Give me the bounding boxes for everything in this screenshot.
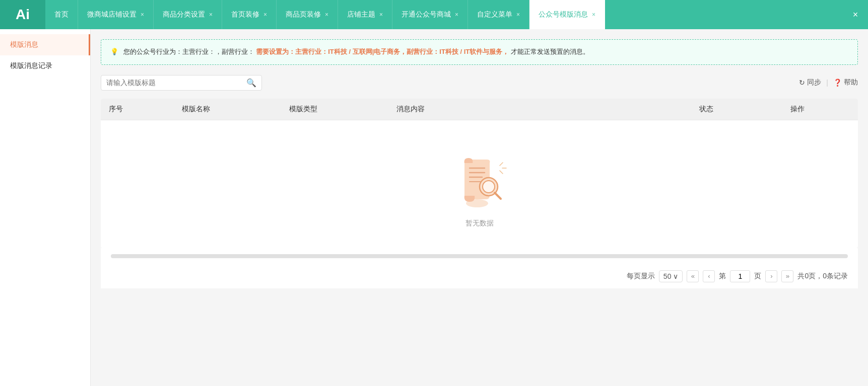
svg-line-10 [500, 171, 503, 174]
table-col-1: 模版名称 [174, 99, 281, 120]
notice-prefix: 您的公众号行业为：主营行业：，副营行业： [123, 48, 254, 55]
svg-line-8 [500, 163, 503, 166]
nav-tab-5[interactable]: 店铺主题× [338, 0, 392, 29]
nav-tab-4[interactable]: 商品页装修× [277, 0, 338, 29]
tab-close-icon[interactable]: × [455, 11, 458, 18]
notice-suffix: 才能正常发送预置的消息。 [511, 48, 589, 55]
tab-close-icon[interactable]: × [263, 11, 267, 18]
nav-tab-7[interactable]: 自定义菜单× [468, 0, 529, 29]
empty-row: 暂无数据 [101, 120, 858, 248]
nav-tab-8[interactable]: 公众号模版消息× [529, 0, 605, 29]
total-label: 共0页，0条记录 [797, 272, 848, 281]
search-input-wrap[interactable]: 🔍 [101, 75, 262, 91]
toolbar-divider: | [826, 79, 828, 87]
tab-close-icon[interactable]: × [141, 11, 144, 18]
page-size-label: 每页显示 [627, 272, 655, 281]
table-col-4: 状态 [691, 99, 782, 120]
tab-close-icon[interactable]: × [592, 11, 595, 18]
empty-text: 暂无数据 [465, 219, 494, 228]
tab-close-icon[interactable]: × [516, 11, 520, 18]
scroll-area [101, 248, 858, 264]
sidebar-item-0[interactable]: 模版消息 [0, 34, 90, 55]
page-size-value: 50 [663, 272, 672, 280]
svg-line-7 [495, 193, 501, 199]
sidebar: 模版消息模版消息记录 [0, 29, 91, 386]
svg-point-6 [483, 181, 495, 193]
notice-box: 💡 您的公众号行业为：主营行业：，副营行业： 需要设置为：主营行业：IT科技 /… [101, 39, 858, 65]
help-label: 帮助 [844, 78, 858, 87]
nav-tabs: 首页微商城店铺设置×商品分类设置×首页装修×商品页装修×店铺主题×开通公众号商城… [45, 0, 843, 29]
horizontal-scrollbar[interactable] [111, 254, 848, 258]
main-layout: 模版消息模版消息记录 💡 您的公众号行业为：主营行业：，副营行业： 需要设置为：… [0, 29, 868, 386]
help-icon: ❓ [833, 79, 842, 87]
pagination: 每页显示 50 ∨ « ‹ 第 页 › » 共0页，0条记录 [101, 264, 858, 288]
table-body: 暂无数据 [101, 120, 858, 248]
chevron-down-icon: ∨ [673, 272, 678, 280]
content-area: 💡 您的公众号行业为：主营行业：，副营行业： 需要设置为：主营行业：IT科技 /… [91, 29, 868, 386]
table-col-2: 模版类型 [281, 99, 388, 120]
toolbar-right: ↻ 同步 | ❓ 帮助 [799, 78, 858, 87]
tab-close-icon[interactable]: × [379, 11, 383, 18]
nav-tab-2[interactable]: 商品分类设置× [154, 0, 222, 29]
nav-tab-6[interactable]: 开通公众号商城× [392, 0, 468, 29]
nav-tab-3[interactable]: 首页装修× [222, 0, 277, 29]
sidebar-item-1[interactable]: 模版消息记录 [0, 55, 90, 76]
table-col-5: 操作 [782, 99, 858, 120]
empty-illustration [449, 150, 510, 211]
table-header: 序号模版名称模版类型消息内容状态操作 [101, 99, 858, 120]
help-button[interactable]: ❓ 帮助 [833, 78, 858, 87]
empty-state: 暂无数据 [101, 120, 858, 248]
top-nav: Ai 首页微商城店铺设置×商品分类设置×首页装修×商品页装修×店铺主题×开通公众… [0, 0, 868, 29]
search-bar: 🔍 ↻ 同步 | ❓ 帮助 [101, 75, 858, 91]
first-page-button[interactable]: « [687, 270, 699, 282]
prev-page-button[interactable]: ‹ [703, 270, 715, 282]
table-col-3: 消息内容 [388, 99, 691, 120]
page-label-prefix: 第 [719, 272, 726, 281]
page-number-input[interactable] [730, 270, 750, 282]
next-page-button[interactable]: › [765, 270, 777, 282]
nav-tab-0[interactable]: 首页 [45, 0, 78, 29]
logo: Ai [0, 0, 45, 29]
search-input[interactable] [106, 79, 246, 87]
lightbulb-icon: 💡 [110, 48, 118, 55]
page-size-select[interactable]: 50 ∨ [659, 270, 683, 282]
tab-close-icon[interactable]: × [209, 11, 213, 18]
sync-label: 同步 [807, 78, 821, 87]
sync-button[interactable]: ↻ 同步 [799, 78, 821, 87]
data-table: 序号模版名称模版类型消息内容状态操作 [101, 99, 858, 248]
close-all-button[interactable]: × [843, 0, 868, 29]
search-button[interactable]: 🔍 [246, 78, 256, 88]
notice-highlight: 需要设置为：主营行业：IT科技 / 互联网|电子商务，副营行业：IT科技 / I… [256, 48, 509, 55]
last-page-button[interactable]: » [781, 270, 793, 282]
table-header-row: 序号模版名称模版类型消息内容状态操作 [101, 99, 858, 120]
sync-icon: ↻ [799, 79, 805, 87]
table-col-0: 序号 [101, 99, 174, 120]
nav-tab-1[interactable]: 微商城店铺设置× [78, 0, 154, 29]
tab-close-icon[interactable]: × [325, 11, 328, 18]
page-label-suffix: 页 [754, 272, 761, 281]
